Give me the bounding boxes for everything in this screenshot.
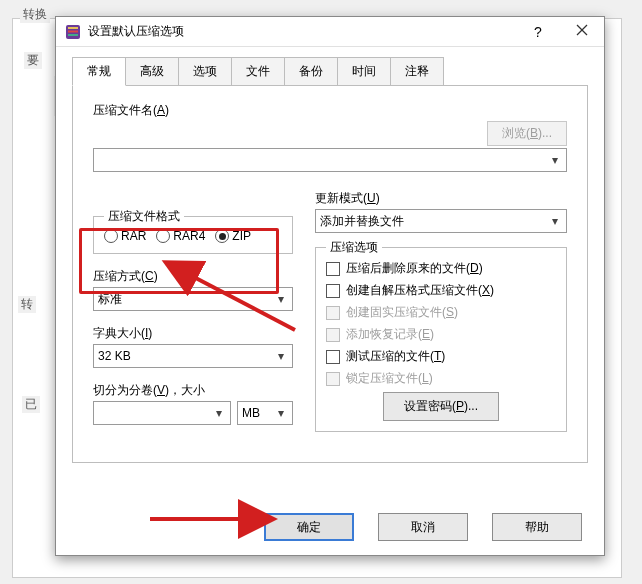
help-button-bottom[interactable]: 帮助 <box>492 513 582 541</box>
dict-size-select[interactable]: 32 KB▾ <box>93 344 293 368</box>
chevron-down-icon: ▾ <box>274 406 288 420</box>
split-label: 切分为分卷(V)，大小 <box>93 382 293 399</box>
help-icon: ? <box>534 24 542 40</box>
help-button[interactable]: ? <box>516 17 560 47</box>
compress-options-group: 压缩选项 压缩后删除原来的文件(D) 创建自解压格式压缩文件(X) 创建固实压缩… <box>315 247 567 432</box>
tab-time[interactable]: 时间 <box>337 57 391 85</box>
tab-files[interactable]: 文件 <box>231 57 285 85</box>
tab-comment[interactable]: 注释 <box>390 57 444 85</box>
tab-advanced[interactable]: 高级 <box>125 57 179 85</box>
annotation-arrow-2 <box>150 504 280 537</box>
check-solid: 创建固实压缩文件(S) <box>326 304 556 321</box>
tab-options[interactable]: 选项 <box>178 57 232 85</box>
svg-rect-1 <box>68 27 78 29</box>
split-unit-select[interactable]: MB▾ <box>237 401 293 425</box>
bg-text-yi: 已 <box>22 396 40 413</box>
close-icon <box>576 24 588 39</box>
svg-rect-3 <box>68 34 78 36</box>
annotation-arrow-1 <box>185 270 295 333</box>
check-lock: 锁定压缩文件(L) <box>326 370 556 387</box>
set-password-button[interactable]: 设置密码(P)... <box>383 392 499 421</box>
update-mode-select[interactable]: 添加并替换文件▾ <box>315 209 567 233</box>
check-delete-after[interactable]: 压缩后删除原来的文件(D) <box>326 260 556 277</box>
bg-text-require: 要 <box>24 52 42 69</box>
chevron-down-icon: ▾ <box>212 406 226 420</box>
bg-text-convert: 转换 <box>20 6 50 23</box>
check-test[interactable]: 测试压缩的文件(T) <box>326 348 556 365</box>
archive-name-label: 压缩文件名(A) <box>93 102 567 119</box>
check-sfx[interactable]: 创建自解压格式压缩文件(X) <box>326 282 556 299</box>
tab-general[interactable]: 常规 <box>72 57 126 86</box>
tab-backup[interactable]: 备份 <box>284 57 338 85</box>
browse-button: 浏览(B)... <box>487 121 567 146</box>
svg-line-6 <box>190 275 295 330</box>
app-icon <box>64 23 82 41</box>
close-button[interactable] <box>560 17 604 47</box>
tab-strip: 常规 高级 选项 文件 备份 时间 注释 <box>72 57 588 85</box>
check-recovery: 添加恢复记录(E) <box>326 326 556 343</box>
chevron-down-icon: ▾ <box>548 153 562 167</box>
cancel-button[interactable]: 取消 <box>378 513 468 541</box>
bg-text-zhuan: 转 <box>18 296 36 313</box>
chevron-down-icon: ▾ <box>274 349 288 363</box>
compress-options-title: 压缩选项 <box>326 239 382 256</box>
dialog-title: 设置默认压缩选项 <box>88 23 516 40</box>
update-mode-label: 更新模式(U) <box>315 190 567 207</box>
archive-name-input[interactable]: ▾ <box>93 148 567 172</box>
archive-format-title: 压缩文件格式 <box>104 208 184 225</box>
svg-rect-2 <box>68 30 78 32</box>
split-size-input[interactable]: ▾ <box>93 401 231 425</box>
chevron-down-icon: ▾ <box>548 214 562 228</box>
titlebar: 设置默认压缩选项 ? <box>56 17 604 47</box>
